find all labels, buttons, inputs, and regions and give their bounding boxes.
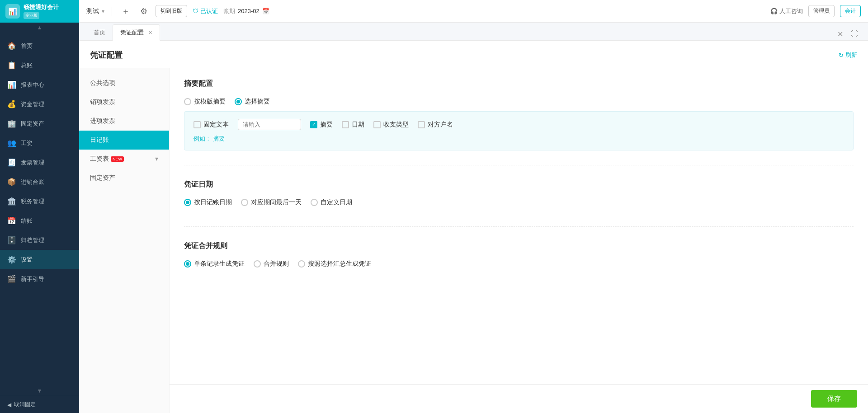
- sidebar-logo: 📊 畅捷通好会计 专业版: [0, 0, 79, 23]
- left-nav: 公共选项 销项发票 进项发票 日记账 工资表NEW ▾ 固定资产: [79, 68, 170, 413]
- section-summary: 摘要配置 按模版摘要 选择摘要: [184, 79, 854, 165]
- nav-item-payroll[interactable]: 工资表NEW ▾: [79, 150, 169, 169]
- company-chevron-icon: ▾: [102, 8, 104, 14]
- topbar: 测试 ▾ ＋ ⚙ 切到旧版 🛡 已认证 账期 2023-02 📅 🎧 人工咨询: [79, 0, 868, 23]
- sidebar-item-payroll[interactable]: 👥 工资: [0, 133, 79, 153]
- logo-icon: 📊: [5, 4, 20, 19]
- section-summary-title: 摘要配置: [184, 79, 854, 89]
- radio-template-label: 按模版摘要: [194, 98, 226, 106]
- radio-template-summary[interactable]: 按模版摘要: [184, 98, 226, 106]
- sidebar-item-fixed-assets[interactable]: 🏢 固定资产: [0, 114, 79, 133]
- period-display: 账期 2023-02 📅: [223, 7, 269, 15]
- guide-icon: 🎬: [7, 275, 16, 283]
- radio-single-label: 单条记录生成凭证: [194, 260, 245, 268]
- radio-merge-rules[interactable]: 合并规则: [254, 260, 289, 268]
- radio-single-record[interactable]: 单条记录生成凭证: [184, 260, 245, 268]
- radio-period-last-circle: [241, 199, 248, 206]
- radio-select-circle: [235, 98, 242, 105]
- sidebar-item-settings[interactable]: ⚙️ 设置: [0, 250, 79, 269]
- nav-item-fixed-assets[interactable]: 固定资产: [79, 169, 169, 188]
- main-area: 测试 ▾ ＋ ⚙ 切到旧版 🛡 已认证 账期 2023-02 📅 🎧 人工咨询: [79, 0, 868, 413]
- add-button[interactable]: ＋: [119, 5, 132, 18]
- save-bar: 保存: [170, 384, 868, 413]
- accountant-button[interactable]: 会计: [840, 5, 861, 17]
- sidebar-item-tax[interactable]: 🏛️ 税务管理: [0, 192, 79, 211]
- right-content: 摘要配置 按模版摘要 选择摘要: [170, 68, 868, 413]
- cancel-pin-button[interactable]: ◀ 取消固定: [0, 396, 79, 413]
- reports-icon: 📊: [7, 80, 16, 89]
- company-name: 测试: [86, 7, 99, 15]
- checkbox-date-square: [342, 121, 349, 128]
- merge-radio-group: 单条记录生成凭证 合并规则 按照选择汇总生成凭证: [184, 260, 854, 268]
- settings-button[interactable]: ⚙: [137, 5, 150, 18]
- sidebar-item-funds[interactable]: 💰 资金管理: [0, 94, 79, 114]
- funds-icon: 💰: [7, 100, 16, 108]
- sidebar-item-ledger[interactable]: 📋 总账: [0, 56, 79, 75]
- sales-purchase-icon: 📦: [7, 178, 16, 186]
- page-title: 凭证配置: [90, 50, 123, 61]
- save-button[interactable]: 保存: [811, 390, 857, 408]
- close-window-button[interactable]: ✕: [834, 28, 846, 40]
- checkbox-income-type-square: [373, 121, 381, 128]
- tab-close-icon[interactable]: ✕: [148, 30, 152, 35]
- sidebar-item-guide[interactable]: 🎬 新手引导: [0, 269, 79, 289]
- tab-voucher-config[interactable]: 凭证配置 ✕: [113, 24, 160, 41]
- radio-custom-date-circle: [311, 199, 318, 206]
- manager-button[interactable]: 管理员: [808, 5, 835, 17]
- refresh-button[interactable]: ↻ 刷新: [839, 51, 857, 59]
- checkbox-summary[interactable]: 摘要: [310, 121, 333, 129]
- summary-radio-group: 按模版摘要 选择摘要: [184, 98, 854, 106]
- expand-window-button[interactable]: ⛶: [848, 28, 861, 40]
- sidebar-item-home[interactable]: 🏠 首页: [0, 36, 79, 56]
- sidebar: 📊 畅捷通好会计 专业版 ▲ 🏠 首页 📋 总账 📊 报表中心 💰 资金: [0, 0, 79, 413]
- switch-old-version-button[interactable]: 切到旧版: [156, 5, 187, 17]
- sidebar-item-sales-purchase[interactable]: 📦 进销台账: [0, 172, 79, 192]
- radio-journal-date-label: 按日记账日期: [194, 198, 232, 206]
- checkbox-income-type-label: 收支类型: [383, 121, 409, 129]
- calendar-icon[interactable]: 📅: [262, 8, 269, 14]
- checkbox-date-label: 日期: [352, 121, 364, 129]
- tax-icon: 🏛️: [7, 197, 16, 206]
- radio-summary-gen-label: 按照选择汇总生成凭证: [308, 260, 371, 268]
- radio-select-summary[interactable]: 选择摘要: [235, 98, 270, 106]
- radio-journal-date[interactable]: 按日记账日期: [184, 198, 232, 206]
- radio-journal-date-circle: [184, 199, 191, 206]
- pin-icon: ◀: [7, 402, 11, 408]
- nav-item-sales[interactable]: 销项发票: [79, 93, 169, 112]
- fixed-text-input[interactable]: [238, 119, 301, 130]
- section-date-title: 凭证日期: [184, 180, 854, 189]
- checkbox-fixed-text-label: 固定文本: [203, 121, 229, 129]
- shield-icon: 🛡: [193, 8, 198, 14]
- checkbox-fixed-text[interactable]: 固定文本: [193, 121, 229, 129]
- section-merge-title: 凭证合并规则: [184, 241, 854, 251]
- radio-period-last[interactable]: 对应期间最后一天: [241, 198, 302, 206]
- radio-summary-gen[interactable]: 按照选择汇总生成凭证: [298, 260, 371, 268]
- nav-item-journal[interactable]: 日记账: [79, 131, 169, 150]
- checkbox-date[interactable]: 日期: [342, 121, 364, 129]
- sidebar-item-archive[interactable]: 🗄️ 归档管理: [0, 230, 79, 250]
- checkbox-counterpart-square: [418, 121, 425, 128]
- sidebar-item-period-end[interactable]: 📅 结账: [0, 211, 79, 230]
- summary-options-row: 固定文本 摘要: [193, 119, 844, 130]
- nav-item-public[interactable]: 公共选项: [79, 74, 169, 93]
- radio-merge-circle: [254, 260, 261, 268]
- sidebar-item-reports[interactable]: 📊 报表中心: [0, 75, 79, 94]
- headset-icon: 🎧: [770, 8, 778, 14]
- service-button[interactable]: 🎧 人工咨询: [770, 7, 803, 15]
- tab-home[interactable]: 首页: [86, 25, 113, 40]
- radio-custom-date[interactable]: 自定义日期: [311, 198, 352, 206]
- company-selector[interactable]: 测试 ▾: [86, 7, 104, 15]
- sidebar-scroll-down[interactable]: ▼: [0, 386, 79, 396]
- new-badge: NEW: [111, 156, 124, 162]
- sidebar-item-invoice[interactable]: 🧾 发票管理: [0, 153, 79, 172]
- radio-period-last-label: 对应期间最后一天: [251, 198, 302, 206]
- checkbox-summary-label: 摘要: [320, 121, 333, 129]
- sidebar-nav: 🏠 首页 📋 总账 📊 报表中心 💰 资金管理 🏢 固定资产 👥 工资: [0, 33, 79, 386]
- nav-item-purchase[interactable]: 进项发票: [79, 112, 169, 131]
- date-radio-group: 按日记账日期 对应期间最后一天 自定义日期: [184, 198, 854, 206]
- checkbox-counterpart[interactable]: 对方户名: [418, 121, 453, 129]
- fixed-assets-icon: 🏢: [7, 119, 16, 128]
- sidebar-scroll-up[interactable]: ▲: [0, 23, 79, 33]
- checkbox-income-type[interactable]: 收支类型: [373, 121, 409, 129]
- topbar-right: 🎧 人工咨询 管理员 会计: [770, 5, 861, 17]
